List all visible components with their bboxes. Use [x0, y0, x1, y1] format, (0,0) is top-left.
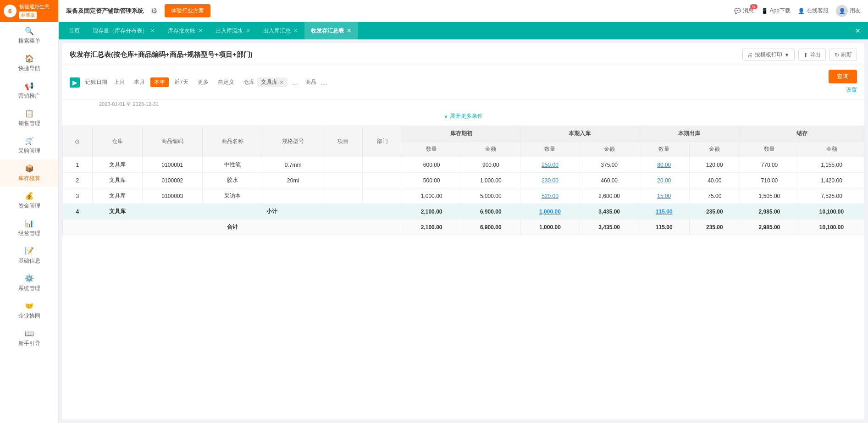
sidebar-item-sales[interactable]: 📋 销售管理: [0, 104, 58, 132]
sidebar-item-quicknav[interactable]: 🏠 快捷导航: [0, 49, 58, 77]
experience-button[interactable]: 体验行业方案: [165, 4, 210, 17]
col-out-amt-header: 金额: [689, 142, 740, 157]
date-option-more[interactable]: 更多: [194, 77, 212, 87]
subtotal-in-qty-link[interactable]: 1,000.00: [539, 209, 561, 215]
sidebar-item-purchase[interactable]: 🛒 采购管理: [0, 132, 58, 159]
data-table: ⚙ 仓库 商品编码 商品名称 规格型号 项目 部门 库存期初 本期入库 本期出库…: [62, 126, 864, 235]
date-option-this-month[interactable]: 本月: [130, 77, 149, 87]
expand-label: 展开更多条件: [450, 112, 483, 120]
sidebar-item-marketing[interactable]: 📢 营销推广: [0, 77, 58, 104]
row2-out-qty-link[interactable]: 20.00: [657, 177, 671, 184]
row1-dept: [363, 157, 402, 173]
row3-out-qty: 15.00: [639, 188, 689, 204]
date-option-7days[interactable]: 近7天: [171, 77, 192, 87]
query-button[interactable]: 查询: [829, 70, 857, 83]
table-row: 3 文具库 0100003 采访本 1,000.00 5,000.00 520.…: [63, 188, 864, 204]
online-service-button[interactable]: 👤 在线客服: [798, 7, 829, 15]
sidebar-item-search[interactable]: 🔍 搜索菜单: [0, 22, 58, 49]
row3-in-qty: 520.00: [520, 188, 580, 204]
tab-summary[interactable]: 出入库汇总 ✕: [257, 22, 304, 39]
message-button[interactable]: 💬 消息 6: [734, 7, 754, 15]
sidebar-item-basic[interactable]: 📝 基础信息: [0, 242, 58, 269]
print-icon: 🖨: [747, 52, 753, 58]
refresh-button[interactable]: ↻ 刷新: [829, 49, 857, 61]
expand-conditions-button[interactable]: ∨ 展开更多条件: [62, 110, 864, 122]
page-actions: 🖨 按模板打印 ▼ ⬆ 导出 ↻ 刷新: [742, 49, 857, 61]
row1-spec: 0.7mm: [263, 157, 323, 173]
sidebar-item-system[interactable]: ⚙️ 系统管理: [0, 269, 58, 297]
sidebar-item-finance[interactable]: 💰 资金管理: [0, 187, 58, 214]
row1-closing-qty: 770.00: [740, 157, 799, 173]
sidebar-item-inventory[interactable]: 📦 库存核算: [0, 159, 58, 187]
row1-opening-qty: 600.00: [402, 157, 461, 173]
sidebar-item-enterprise[interactable]: 🤝 企业协同: [0, 297, 58, 324]
warehouse-filter-group: 仓库 文具库 ✕ ...: [243, 77, 300, 87]
row3-dept: [363, 188, 402, 204]
avatar-icon: 👤: [839, 8, 846, 14]
print-button[interactable]: 🖨 按模板打印 ▼: [742, 49, 795, 61]
gear-icon: ⚙️: [25, 274, 34, 283]
goods-more-button[interactable]: ...: [319, 78, 329, 87]
refresh-icon: ↻: [835, 52, 839, 58]
row1-opening-amt: 900.00: [461, 157, 520, 173]
sidebar-item-guide[interactable]: 📖 新手引导: [0, 324, 58, 352]
subtotal-out-qty-link[interactable]: 115.00: [656, 209, 673, 215]
total-row: 合计 2,100.00 6,900.00 1,000.00 3,435.00 1…: [63, 220, 864, 235]
row1-out-qty-link[interactable]: 80.00: [657, 162, 671, 168]
warehouse-more-button[interactable]: ...: [290, 78, 300, 87]
col-opening-qty-header: 数量: [402, 142, 461, 157]
tab-batch[interactable]: 库存批次账 ✕: [161, 22, 209, 39]
note-icon: 📝: [25, 247, 34, 255]
table-container: ⚙ 仓库 商品编码 商品名称 规格型号 项目 部门 库存期初 本期入库 本期出库…: [62, 122, 864, 419]
app-download-button[interactable]: 📱 App下载: [761, 7, 791, 15]
total-out-amt: 235.00: [689, 220, 740, 235]
col-opening-header: 库存期初: [402, 126, 520, 142]
row3-in-qty-link[interactable]: 520.00: [542, 193, 558, 199]
right-actions: 查询 设置: [829, 70, 857, 95]
date-option-custom[interactable]: 自定义: [214, 77, 238, 87]
settings-link[interactable]: 设置: [846, 85, 857, 95]
row2-in-qty: 230.00: [520, 173, 580, 188]
col-project-header: 项目: [323, 126, 363, 157]
tab-receive-dispatch[interactable]: 收发存汇总表 ✕: [304, 22, 358, 39]
col-closing-header: 结存: [740, 126, 864, 142]
row3-project: [323, 188, 363, 204]
row1-out-amt: 120.00: [689, 157, 740, 173]
tab-flow[interactable]: 出入库流水 ✕: [209, 22, 257, 39]
sidebar-item-operation[interactable]: 📊 经营管理: [0, 214, 58, 242]
row3-out-qty-link[interactable]: 15.00: [657, 193, 671, 199]
sidebar-label-quicknav: 快捷导航: [18, 65, 40, 72]
row3-out-amt: 75.00: [689, 188, 740, 204]
subtotal-opening-amt: 6,900.00: [461, 204, 520, 220]
tab-close-summary[interactable]: ✕: [293, 27, 298, 34]
tab-close-batch[interactable]: ✕: [198, 27, 203, 34]
tab-inventory-dist[interactable]: 现存量（库存分布表） ✕: [86, 22, 161, 39]
tab-bar-close-all[interactable]: ✕: [851, 27, 864, 34]
tab-close-inventory-dist[interactable]: ✕: [150, 27, 155, 34]
config-icon[interactable]: ⚙: [151, 6, 157, 15]
row2-in-qty-link[interactable]: 230.00: [542, 177, 558, 184]
row2-opening-amt: 1,000.00: [461, 173, 520, 188]
warehouse-tag-close[interactable]: ✕: [279, 79, 284, 86]
table-settings-icon[interactable]: ⚙: [63, 126, 93, 157]
date-option-this-year[interactable]: 本年: [150, 77, 169, 87]
money-icon: 💰: [25, 192, 34, 200]
tab-batch-label: 库存批次账: [168, 27, 195, 35]
subtotal-closing-qty: 2,985.00: [740, 204, 799, 220]
chevron-down-icon: ▼: [784, 52, 790, 58]
top-header: 装备及固定资产辅助管理系统 ⚙ 体验行业方案 💬 消息 6 📱 App下载 👤 …: [59, 0, 868, 22]
subtotal-closing-amt: 10,100.00: [799, 204, 864, 220]
date-range-row: 2023-01-01 至 2023-12-31: [62, 100, 864, 110]
tab-home[interactable]: 首页: [62, 22, 86, 39]
tab-close-receive-dispatch[interactable]: ✕: [347, 27, 351, 34]
filter-toggle-button[interactable]: ▶: [70, 77, 80, 88]
date-option-last-month[interactable]: 上月: [110, 77, 128, 87]
row2-out-amt: 40.00: [689, 173, 740, 188]
row3-closing-qty: 1,505.00: [740, 188, 799, 204]
tab-close-flow[interactable]: ✕: [246, 27, 250, 34]
user-menu-button[interactable]: 👤 用友: [836, 5, 861, 17]
export-button[interactable]: ⬆ 导出: [798, 49, 826, 61]
row1-name: 中性笔: [203, 157, 263, 173]
row1-in-qty-link[interactable]: 250.00: [542, 162, 558, 168]
page-title: 收发存汇总表(按仓库+商品编码+商品+规格型号+项目+部门): [70, 50, 253, 59]
